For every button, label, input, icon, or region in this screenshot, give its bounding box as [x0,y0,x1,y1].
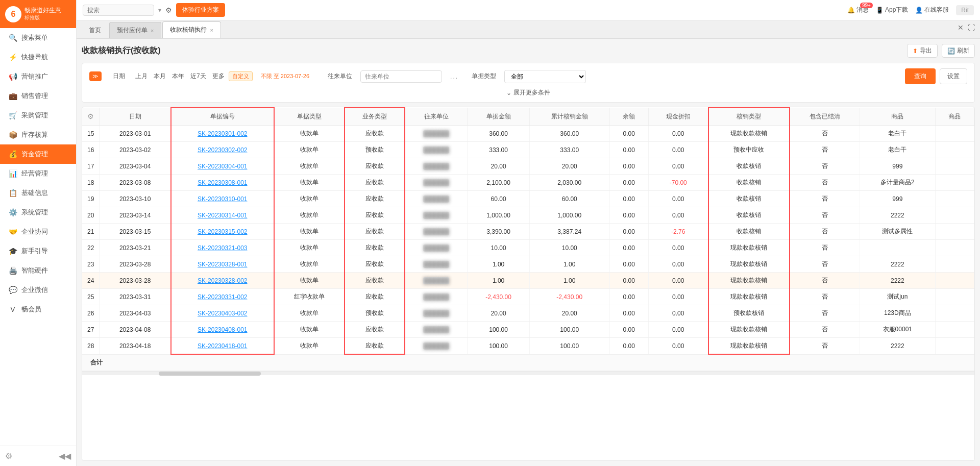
filter-toggle-button[interactable]: ≫ [89,71,102,81]
query-button[interactable]: 查询 [905,68,936,84]
cell-goods2 [935,322,974,338]
cell-bill-no: SK-20230328-002 [171,273,274,289]
maximize-icon[interactable]: ⛶ [968,23,975,32]
table-total-row: 合计 [82,354,974,371]
sidebar-menu: 🔍搜索菜单⚡快捷导航📢营销推广💼销售管理🛒采购管理📦库存核算💰资金管理📊经营管理… [0,28,76,446]
user-avatar[interactable]: Rit [956,5,974,15]
bill-no-link[interactable]: SK-20230314-001 [198,212,247,219]
col-bill-no: 单据编号 [171,108,274,126]
quick-icon: ⚡ [8,53,17,62]
cell-amount: 20.00 [468,305,529,322]
bell-icon: 🔔 [847,7,855,14]
export-icon: ⬆ [913,47,918,55]
sidebar-item-marketing[interactable]: 📢营销推广 [0,67,76,86]
scrollbar-thumb[interactable] [159,372,261,376]
sidebar-item-hardware[interactable]: 🖨️智能硬件 [0,261,76,280]
bill-no-link[interactable]: SK-20230315-002 [198,228,247,235]
partner-filter-input[interactable] [360,70,442,83]
tab-verify-close[interactable]: × [210,27,213,33]
table-settings-col[interactable]: ⚙ [82,108,100,126]
bill-no-link[interactable]: SK-20230418-001 [198,342,247,350]
sidebar-item-purchase[interactable]: 🛒采购管理 [0,106,76,125]
sidebar-item-finance[interactable]: 💰资金管理 [0,144,76,164]
bill-no-link[interactable]: SK-20230301-002 [198,130,247,137]
bill-type-select[interactable]: 全部 收款单 红字收款单 [504,70,586,83]
bill-no-link[interactable]: SK-20230328-001 [198,261,247,268]
sidebar-item-inventory[interactable]: 📦库存核算 [0,125,76,144]
topbar-left: ▾ ⚙ 体验行业方案 [83,3,225,17]
cell-goods2 [935,338,974,355]
cell-included: 否 [790,289,860,305]
tab-home[interactable]: 首页 [82,22,108,38]
data-table: ⚙ 日期 单据编号 单据类型 业务类型 往来单位 单据金额 累计核销金额 余额 … [82,107,974,371]
bill-no-link[interactable]: SK-20230302-002 [198,146,247,154]
bill-no-link[interactable]: SK-20230304-001 [198,163,247,170]
cell-included: 否 [790,158,860,175]
sidebar-item-system[interactable]: ⚙️系统管理 [0,203,76,222]
dropdown-arrow-icon[interactable]: ▾ [158,7,161,14]
sidebar-item-member[interactable]: V畅会员 [0,300,76,319]
more-date-btn[interactable]: 更多 [210,71,227,82]
cell-verify-type: 现款收款核销 [708,240,790,256]
bill-no-link[interactable]: SK-20230331-002 [198,293,247,301]
bill-no-link[interactable]: SK-20230408-001 [198,326,247,333]
sidebar-item-corp[interactable]: 🤝企业协同 [0,222,76,241]
settings-icon[interactable]: ⚙ [5,451,12,461]
cell-goods2 [935,142,974,158]
cell-bill-no: SK-20230302-002 [171,142,274,158]
cell-date: 2023-03-04 [100,158,171,175]
custom-date-btn[interactable]: 自定义 [229,71,253,81]
bill-no-link[interactable]: SK-20230310-001 [198,195,247,203]
table-row: 15 2023-03-01 SK-20230301-002 收款单 应收款 ██… [82,126,974,142]
topbar-gear-icon[interactable]: ⚙ [165,6,172,14]
close-tab-icon[interactable]: ✕ [958,23,964,32]
column-settings-icon[interactable]: ⚙ [87,112,94,120]
sidebar-item-search[interactable]: 🔍搜索菜单 [0,28,76,47]
collapse-icon[interactable]: ◀◀ [59,451,71,461]
tab-prepay[interactable]: 预付应付单 × [109,22,161,38]
cell-amount: -2,430.00 [468,289,529,305]
seven-days-btn[interactable]: 近7天 [188,71,208,82]
marketing-icon: 📢 [8,72,17,81]
online-service-button[interactable]: 👤 在线客服 [915,6,949,14]
sidebar-item-guide[interactable]: 🎓新手引导 [0,241,76,261]
cell-no: 25 [82,289,100,305]
expand-more-button[interactable]: ⌄ 展开更多条件 [506,88,550,97]
cell-amount: 333.00 [468,142,529,158]
filter-setting-button[interactable]: 设置 [940,68,967,84]
refresh-button[interactable]: 🔄 刷新 [942,44,975,58]
cell-no: 23 [82,256,100,273]
last-month-btn[interactable]: 上月 [133,71,150,82]
tab-verify[interactable]: 收款核销执行 × [162,21,220,38]
inventory-icon: 📦 [8,130,17,139]
table-row: 21 2023-03-15 SK-20230315-002 收款单 应收款 ██… [82,224,974,240]
app-download-button[interactable]: 📱 App下载 [876,6,908,14]
bill-no-link[interactable]: SK-20230403-002 [198,310,247,317]
cell-bill-no: SK-20230315-002 [171,224,274,240]
cell-partner: ██████ [405,142,468,158]
cell-bill-no: SK-20230308-001 [171,175,274,191]
bill-no-link[interactable]: SK-20230321-003 [198,244,247,252]
bill-no-link[interactable]: SK-20230308-001 [198,179,247,186]
topbar-search-input[interactable] [83,5,154,16]
export-button[interactable]: ⬆ 导出 [907,44,938,58]
logo-badge: 标推版 [24,14,61,21]
sidebar-item-quick[interactable]: ⚡快捷导航 [0,47,76,67]
message-button[interactable]: 🔔 消息 99+ [847,6,869,14]
bill-no-link[interactable]: SK-20230328-002 [198,277,247,284]
solution-button[interactable]: 体验行业方案 [176,3,225,17]
sidebar-item-operation[interactable]: 📊经营管理 [0,164,76,183]
sidebar-item-wechat[interactable]: 💬企业微信 [0,280,76,300]
this-year-btn[interactable]: 本年 [170,71,186,82]
tab-prepay-close[interactable]: × [151,28,154,34]
cell-bill-no: SK-20230328-001 [171,256,274,273]
date-filter-label: 日期 [113,72,125,81]
cell-balance: 0.00 [609,240,648,256]
cell-goods2 [935,240,974,256]
sidebar-item-basic[interactable]: 📋基础信息 [0,183,76,203]
cell-biz-type: 应收款 [345,175,405,191]
table-scrollbar[interactable] [82,371,974,375]
this-month-btn[interactable]: 本月 [152,71,168,82]
sidebar-item-sales[interactable]: 💼销售管理 [0,86,76,106]
cell-goods1: 999 [860,158,935,175]
